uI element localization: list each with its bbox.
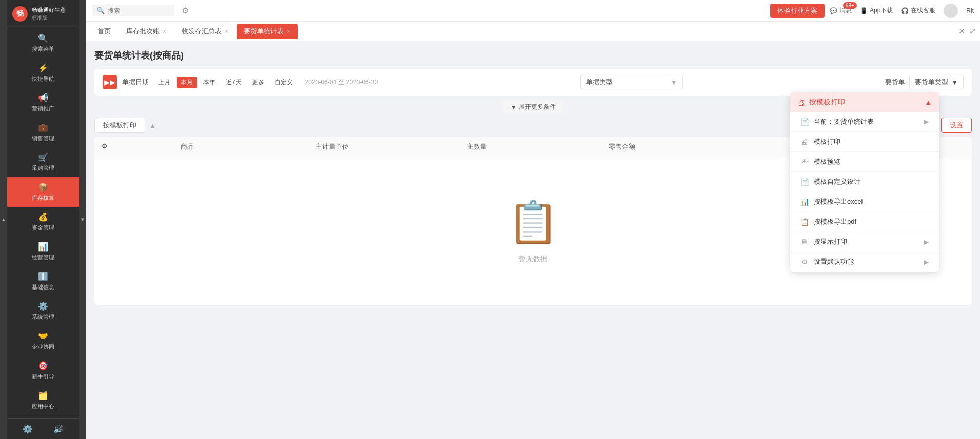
search-input[interactable] [108, 7, 159, 14]
tabs-right: ✕ ⤢ [958, 26, 976, 36]
message-btn[interactable]: 💬 消息 99+ [830, 6, 852, 15]
date-btn-7days[interactable]: 近7天 [222, 77, 246, 88]
sidebar-logo: 畅 畅赚通好生意 标准版 [7, 0, 79, 28]
settings-btn[interactable]: 设置 [941, 118, 972, 133]
sidebar-label-purchase: 采购管理 [32, 164, 54, 172]
dropdown-current-label: 当前：要货单统计表 [814, 117, 874, 126]
sidebar-item-sales[interactable]: 💼销售管理 [7, 118, 79, 147]
export-excel-icon: 📊 [800, 198, 809, 206]
tab-expand[interactable]: ⤢ [969, 26, 976, 36]
sound-btn[interactable]: 🔊 [53, 424, 64, 434]
page-title: 要货单统计表(按商品) [94, 49, 972, 62]
sidebar-item-operation[interactable]: 📊经营管理 [7, 237, 79, 266]
date-label: 单据日期 [122, 78, 149, 87]
dropdown-set-default[interactable]: ⚙ 设置默认功能 ▶ [790, 252, 939, 272]
col-unit: 主计量单位 [260, 137, 404, 157]
empty-icon: 📋 [507, 198, 559, 246]
dropdown-item-export-pdf[interactable]: 📋 按模板导出pdf [790, 212, 939, 232]
date-btn-more[interactable]: 更多 [248, 77, 268, 88]
sidebar-item-search[interactable]: 🔍搜索菜单 [7, 28, 79, 58]
industry-btn[interactable]: 体验行业方案 [770, 4, 825, 18]
filter-expand-btn[interactable]: ▶▶ [103, 75, 117, 89]
logo-text: 畅赚通好生意 标准版 [32, 6, 66, 21]
col-gear[interactable]: ⚙ [94, 137, 115, 157]
sidebar-icon-finance: 💰 [38, 212, 48, 222]
dropdown-display-print[interactable]: 🖥 按显示打印 ▶ [790, 232, 939, 252]
tab-close-all[interactable]: ✕ [958, 26, 965, 36]
dropdown-close-btn[interactable]: ▲ [925, 98, 932, 106]
sidebar-item-collab[interactable]: 🤝企业协同 [7, 326, 79, 356]
app-download-btn[interactable]: 📱 App下载 [860, 6, 893, 15]
sidebar-icon-search: 🔍 [38, 33, 48, 43]
sidebar-item-inventory[interactable]: 📦库存核算 [7, 177, 79, 207]
template-preview-icon: 👁 [800, 158, 809, 166]
sidebar-item-marketing[interactable]: 📢营销推广 [7, 88, 79, 118]
dropdown-item-template-print[interactable]: 🖨 模板打印 [790, 132, 939, 152]
type-select-label: 单据类型 [586, 78, 613, 87]
dropdown-item-export-excel[interactable]: 📊 按模板导出excel [790, 192, 939, 212]
date-btn-year[interactable]: 本年 [199, 77, 220, 88]
sidebar-icon-operation: 📊 [38, 242, 48, 252]
date-range: 2023-06-01 至 2023-06-30 [305, 78, 378, 87]
tab-order-stat[interactable]: 要货单统计表 × [237, 24, 298, 39]
sidebar-item-base[interactable]: ℹ️基础信息 [7, 266, 79, 296]
tabs-bar: 首页 库存批次账 × 收发存汇总表 × 要货单统计表 × ✕ ⤢ [86, 22, 980, 41]
extra-select-arrow: ▼ [951, 79, 958, 86]
sidebar-icon-guide: 🎯 [38, 361, 48, 371]
sidebar-icon-collab: 🤝 [38, 331, 48, 341]
sidebar-scroll-up[interactable]: ▲ [0, 0, 7, 439]
message-icon: 💬 [830, 7, 837, 14]
sidebar-item-guide[interactable]: 🎯新手引导 [7, 356, 79, 386]
avatar[interactable] [944, 4, 958, 18]
sidebar-label-operation: 经营管理 [32, 254, 54, 261]
extra-select[interactable]: 要货单类型 ▼ [909, 75, 964, 89]
display-print-icon: 🖥 [800, 238, 809, 246]
tab-home[interactable]: 首页 [90, 24, 118, 39]
tab-batch[interactable]: 库存批次账 × [119, 24, 173, 39]
date-btn-custom[interactable]: 自定义 [270, 77, 297, 88]
col-qty: 主数量 [405, 137, 550, 157]
gear-icon[interactable]: ⚙ [180, 4, 191, 17]
tab-batch-close[interactable]: × [163, 28, 166, 35]
toolbar-arrow-icon[interactable]: ▲ [149, 122, 156, 129]
sidebar-icon-marketing: 📢 [38, 93, 48, 103]
dropdown-item-template-custom[interactable]: 📄 模板自定义设计 [790, 172, 939, 192]
tab-receivable-close[interactable]: × [225, 28, 228, 35]
tab-order-stat-close[interactable]: × [287, 28, 290, 35]
sidebar-label-system: 系统管理 [32, 313, 54, 321]
empty-text: 暂无数据 [519, 255, 547, 264]
sidebar-item-shortcut[interactable]: ⚡快捷导航 [7, 58, 79, 88]
date-btn-curr[interactable]: 本月 [177, 77, 197, 88]
expand-more-btn[interactable]: ▼ 展开更多条件 [502, 101, 564, 113]
sidebar-item-system[interactable]: ⚙️系统管理 [7, 296, 79, 326]
sidebar-scroll-down[interactable]: ▼ [79, 0, 86, 439]
current-arrow: ▶ [924, 118, 929, 125]
dropdown-header: 🖨 按模板打印 ▲ [790, 92, 939, 112]
sidebar-label-marketing: 营销推广 [32, 105, 54, 112]
template-print-icon: 🖨 [800, 138, 809, 146]
print-btn[interactable]: 按模板打印 [94, 118, 145, 133]
export-pdf-icon: 📋 [800, 218, 809, 226]
type-select[interactable]: 单据类型 ▼ [580, 75, 683, 89]
top-right: 💬 消息 99+ 📱 App下载 🎧 在线客服 Rit [830, 4, 974, 18]
filter-extra: 要货单 要货单类型 ▼ [885, 75, 964, 89]
settings-btn[interactable]: ⚙️ [23, 424, 33, 434]
sidebar-label-guide: 新手引导 [32, 373, 54, 380]
sidebar: 畅 畅赚通好生意 标准版 🔍搜索菜单⚡快捷导航📢营销推广💼销售管理🛒采购管理📦库… [7, 0, 79, 439]
sidebar-item-apps[interactable]: 🗂️应用中心 [7, 386, 79, 415]
date-btn-prev[interactable]: 上月 [154, 77, 174, 88]
dropdown-panel: 🖨 按模板打印 ▲ 📄 当前：要货单统计表 ▶ 🖨 模板打印 👁 模板预览 📄 … [790, 92, 939, 272]
top-header: 🔍 ⚙ 体验行业方案 💬 消息 99+ 📱 App下载 🎧 在线客服 Rit [86, 0, 980, 22]
search-bar[interactable]: 🔍 [92, 5, 174, 16]
set-default-arrow: ▶ [924, 258, 929, 266]
filter-row: ▶▶ 单据日期 上月 本月 本年 近7天 更多 自定义 2023-06-01 至… [94, 69, 972, 96]
dropdown-item-template-preview[interactable]: 👁 模板预览 [790, 152, 939, 172]
message-badge: 99+ [843, 2, 857, 9]
online-service-btn[interactable]: 🎧 在线客服 [901, 6, 935, 15]
dropdown-header-title: 按模板打印 [809, 98, 920, 107]
dropdown-current[interactable]: 📄 当前：要货单统计表 ▶ [790, 112, 939, 132]
tab-receivable[interactable]: 收发存汇总表 × [174, 24, 236, 39]
sidebar-item-purchase[interactable]: 🛒采购管理 [7, 147, 79, 177]
sidebar-item-finance[interactable]: 💰资金管理 [7, 207, 79, 237]
sidebar-label-inventory: 库存核算 [32, 194, 54, 202]
